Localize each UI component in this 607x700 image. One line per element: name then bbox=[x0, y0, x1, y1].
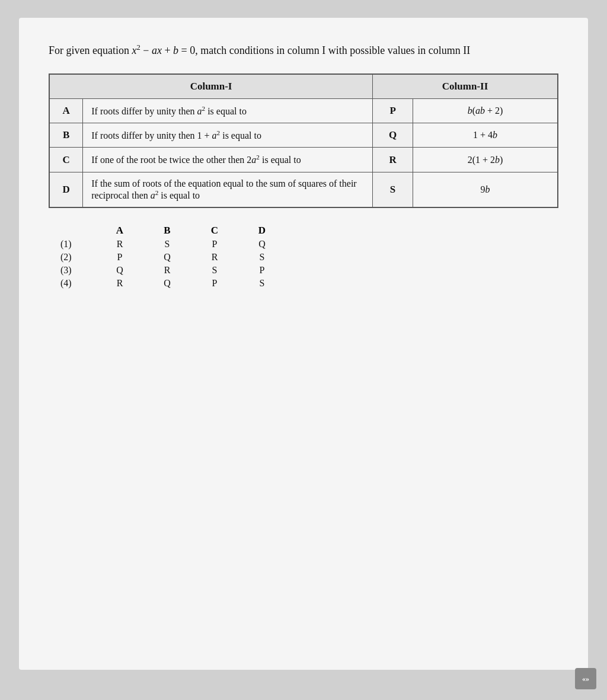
answer-1-D: Q bbox=[238, 239, 286, 250]
condition-D: If the sum of roots of the equation equa… bbox=[83, 172, 373, 207]
answer-2-C: R bbox=[191, 252, 238, 263]
header-D: D bbox=[238, 225, 286, 236]
header-B: B bbox=[143, 225, 191, 236]
answer-4-D: S bbox=[238, 278, 286, 289]
label-Q: Q bbox=[373, 123, 413, 148]
answer-3-D: P bbox=[238, 265, 286, 276]
empty-header bbox=[60, 225, 96, 236]
table-row: D If the sum of roots of the equation eq… bbox=[49, 172, 558, 207]
answer-4-C: P bbox=[191, 278, 238, 289]
answer-3-B: R bbox=[143, 265, 191, 276]
answer-row-3: (3) Q R S P bbox=[49, 265, 558, 276]
value-Q: 1 + 4b bbox=[413, 123, 558, 148]
condition-C: If one of the root be twice the other th… bbox=[83, 148, 373, 172]
answer-2-D: S bbox=[238, 252, 286, 263]
col2-header: Column-II bbox=[373, 74, 558, 99]
label-B: B bbox=[49, 123, 83, 148]
answer-num-1: (1) bbox=[60, 239, 96, 250]
answer-3-A: Q bbox=[96, 265, 143, 276]
problem-text: For given equation x2 − ax + b = 0, matc… bbox=[49, 41, 558, 59]
table-row: A If roots differ by unity then a2 is eq… bbox=[49, 98, 558, 123]
answer-1-A: R bbox=[96, 239, 143, 250]
label-P: P bbox=[373, 98, 413, 123]
answer-4-A: R bbox=[96, 278, 143, 289]
value-S: 9b bbox=[413, 172, 558, 207]
condition-B: If roots differ by unity then 1 + a2 is … bbox=[83, 123, 373, 148]
answer-1-C: P bbox=[191, 239, 238, 250]
answer-num-2: (2) bbox=[60, 252, 96, 263]
match-table: Column-I Column-II A If roots differ by … bbox=[49, 73, 558, 208]
label-C: C bbox=[49, 148, 83, 172]
table-row: B If roots differ by unity then 1 + a2 i… bbox=[49, 123, 558, 148]
value-R: 2(1 + 2b) bbox=[413, 148, 558, 172]
table-row: C If one of the root be twice the other … bbox=[49, 148, 558, 172]
answer-row-4: (4) R Q P S bbox=[49, 278, 558, 289]
answers-header: A B C D bbox=[49, 225, 558, 236]
answer-3-C: S bbox=[191, 265, 238, 276]
answer-1-B: S bbox=[143, 239, 191, 250]
label-D: D bbox=[49, 172, 83, 207]
answer-row-1: (1) R S P Q bbox=[49, 239, 558, 250]
answer-row-2: (2) P Q R S bbox=[49, 252, 558, 263]
header-A: A bbox=[96, 225, 143, 236]
label-A: A bbox=[49, 98, 83, 123]
page-container: For given equation x2 − ax + b = 0, matc… bbox=[19, 18, 588, 670]
label-R: R bbox=[373, 148, 413, 172]
answer-2-A: P bbox=[96, 252, 143, 263]
col1-header: Column-I bbox=[49, 74, 373, 99]
condition-A: If roots differ by unity then a2 is equa… bbox=[83, 98, 373, 123]
answer-num-4: (4) bbox=[60, 278, 96, 289]
answer-2-B: Q bbox=[143, 252, 191, 263]
value-P: b(ab + 2) bbox=[413, 98, 558, 123]
label-S: S bbox=[373, 172, 413, 207]
answers-section: A B C D (1) R S P Q (2) P Q R S (3) Q R … bbox=[49, 225, 558, 289]
answer-num-3: (3) bbox=[60, 265, 96, 276]
header-C: C bbox=[191, 225, 238, 236]
bottom-badge: «» bbox=[575, 668, 596, 689]
badge-icon: «» bbox=[582, 675, 589, 683]
answer-4-B: Q bbox=[143, 278, 191, 289]
